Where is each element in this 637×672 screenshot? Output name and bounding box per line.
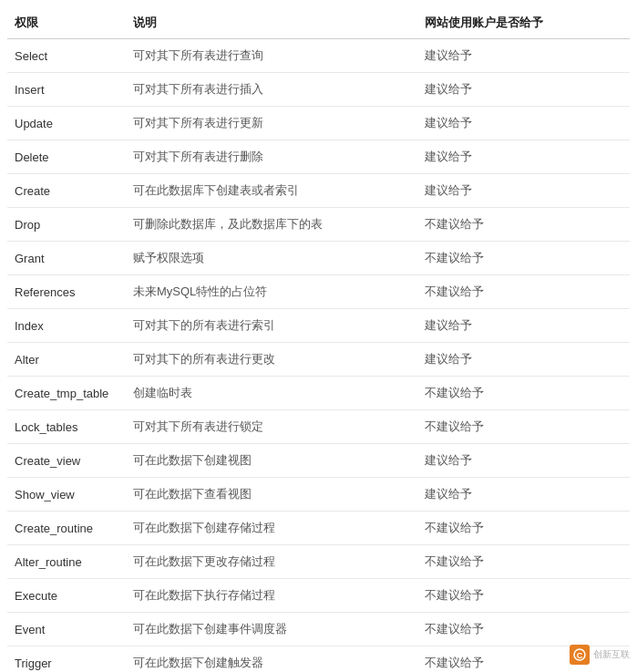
watermark-text: 创新互联 <box>593 648 630 661</box>
table-row: Create_tmp_table创建临时表不建议给予 <box>7 377 630 410</box>
cell-permission: Drop <box>7 208 126 242</box>
cell-recommend: 不建议给予 <box>417 377 630 410</box>
cell-permission: Lock_tables <box>7 410 126 444</box>
cell-permission: Create_tmp_table <box>7 377 126 410</box>
cell-permission: Trigger <box>7 646 126 673</box>
cell-recommend: 不建议给予 <box>417 410 630 444</box>
cell-description: 可在此数据下查看视图 <box>126 478 417 512</box>
cell-description: 可对其下所有表进行锁定 <box>126 410 417 444</box>
cell-permission: Create <box>7 174 126 208</box>
table-container: 权限 说明 网站使用账户是否给予 Select可对其下所有表进行查询建议给予In… <box>0 0 637 672</box>
table-row: Drop可删除此数据库，及此数据库下的表不建议给予 <box>7 208 630 242</box>
table-row: Update可对其下所有表进行更新建议给予 <box>7 107 630 140</box>
cell-description: 可删除此数据库，及此数据库下的表 <box>126 208 417 242</box>
table-row: Trigger可在此数据下创建触发器不建议给予 <box>7 646 630 673</box>
cell-description: 未来MySQL特性的占位符 <box>126 275 417 309</box>
table-row: Select可对其下所有表进行查询建议给予 <box>7 39 630 73</box>
cell-recommend: 建议给予 <box>417 107 630 140</box>
table-row: Grant赋予权限选项不建议给予 <box>7 242 630 275</box>
cell-permission: References <box>7 275 126 309</box>
cell-description: 可对其下所有表进行更新 <box>126 107 417 140</box>
cell-permission: Insert <box>7 73 126 107</box>
header-recommend: 网站使用账户是否给予 <box>417 9 630 39</box>
cell-recommend: 建议给予 <box>417 174 630 208</box>
cell-recommend: 建议给予 <box>417 309 630 343</box>
cell-recommend: 建议给予 <box>417 73 630 107</box>
cell-recommend: 建议给予 <box>417 343 630 377</box>
cell-recommend: 不建议给予 <box>417 242 630 275</box>
table-row: Alter可对其下的所有表进行更改建议给予 <box>7 343 630 377</box>
cell-description: 创建临时表 <box>126 377 417 410</box>
header-description: 说明 <box>126 9 417 39</box>
cell-description: 可对其下所有表进行插入 <box>126 73 417 107</box>
cell-description: 可对其下所有表进行删除 <box>126 140 417 174</box>
header-permission: 权限 <box>7 9 126 39</box>
cell-recommend: 建议给予 <box>417 39 630 73</box>
table-row: Create可在此数据库下创建表或者索引建议给予 <box>7 174 630 208</box>
cell-recommend: 建议给予 <box>417 140 630 174</box>
cell-description: 可在此数据下更改存储过程 <box>126 545 417 579</box>
cell-recommend: 不建议给予 <box>417 208 630 242</box>
cell-permission: Alter <box>7 343 126 377</box>
permissions-table: 权限 说明 网站使用账户是否给予 Select可对其下所有表进行查询建议给予In… <box>7 9 630 672</box>
cell-permission: Index <box>7 309 126 343</box>
table-row: Execute可在此数据下执行存储过程不建议给予 <box>7 579 630 613</box>
cell-description: 可对其下所有表进行查询 <box>126 39 417 73</box>
table-row: Alter_routine可在此数据下更改存储过程不建议给予 <box>7 545 630 579</box>
cell-description: 可在此数据下创建存储过程 <box>126 512 417 545</box>
table-row: Event可在此数据下创建事件调度器不建议给予 <box>7 613 630 646</box>
cell-description: 可在此数据下创建触发器 <box>126 646 417 673</box>
cell-recommend: 不建议给予 <box>417 275 630 309</box>
table-row: Create_view可在此数据下创建视图建议给予 <box>7 444 630 478</box>
table-row: Insert可对其下所有表进行插入建议给予 <box>7 73 630 107</box>
cell-description: 可在此数据下创建事件调度器 <box>126 613 417 646</box>
cell-description: 可在此数据库下创建表或者索引 <box>126 174 417 208</box>
cell-permission: Alter_routine <box>7 545 126 579</box>
cell-permission: Execute <box>7 579 126 613</box>
cell-description: 可在此数据下执行存储过程 <box>126 579 417 613</box>
table-row: Delete可对其下所有表进行删除建议给予 <box>7 140 630 174</box>
cell-permission: Show_view <box>7 478 126 512</box>
cell-recommend: 不建议给予 <box>417 613 630 646</box>
cell-recommend: 不建议给予 <box>417 579 630 613</box>
cell-permission: Event <box>7 613 126 646</box>
cell-description: 可对其下的所有表进行索引 <box>126 309 417 343</box>
table-row: Lock_tables可对其下所有表进行锁定不建议给予 <box>7 410 630 444</box>
cell-description: 赋予权限选项 <box>126 242 417 275</box>
cell-recommend: 不建议给予 <box>417 545 630 579</box>
cell-permission: Create_view <box>7 444 126 478</box>
table-row: Create_routine可在此数据下创建存储过程不建议给予 <box>7 512 630 545</box>
cell-permission: Delete <box>7 140 126 174</box>
cell-recommend: 建议给予 <box>417 478 630 512</box>
cell-description: 可在此数据下创建视图 <box>126 444 417 478</box>
watermark: C 创新互联 <box>570 645 630 665</box>
table-row: Index可对其下的所有表进行索引建议给予 <box>7 309 630 343</box>
cell-recommend: 建议给予 <box>417 444 630 478</box>
cell-recommend: 不建议给予 <box>417 512 630 545</box>
table-header-row: 权限 说明 网站使用账户是否给予 <box>7 9 630 39</box>
cell-description: 可对其下的所有表进行更改 <box>126 343 417 377</box>
table-row: Show_view可在此数据下查看视图建议给予 <box>7 478 630 512</box>
cell-permission: Grant <box>7 242 126 275</box>
table-row: References未来MySQL特性的占位符不建议给予 <box>7 275 630 309</box>
watermark-logo: C <box>570 645 590 665</box>
cell-permission: Update <box>7 107 126 140</box>
svg-text:C: C <box>577 651 583 660</box>
cell-permission: Create_routine <box>7 512 126 545</box>
cell-permission: Select <box>7 39 126 73</box>
